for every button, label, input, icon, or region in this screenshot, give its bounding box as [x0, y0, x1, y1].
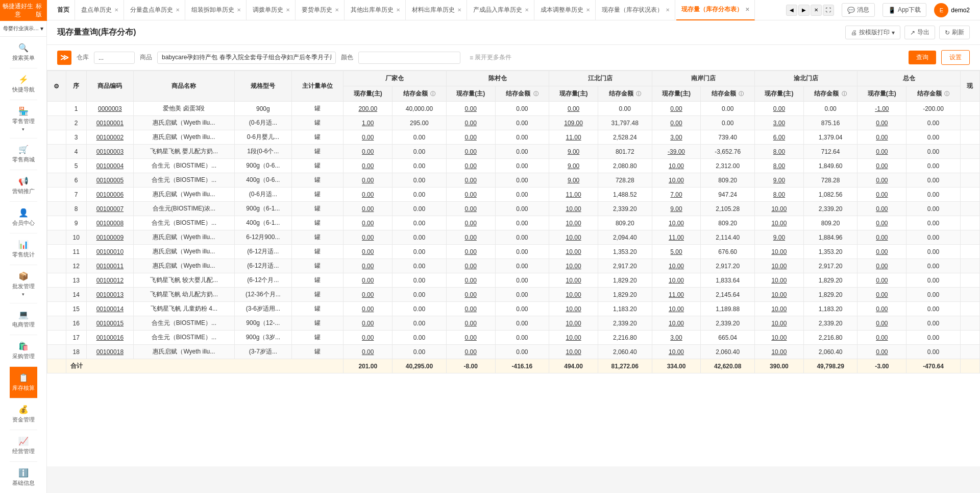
nav-tab-2[interactable]: 分量盘点单历史✕ — [125, 0, 185, 20]
close-tab-5-icon[interactable]: ✕ — [335, 7, 339, 13]
expand-conditions-btn[interactable]: ≡ 展开更多条件 — [465, 51, 516, 64]
sidebar-item-电商管理[interactable]: 💻电商管理 — [10, 303, 37, 335]
nav-tab-10[interactable]: 现存量（库存状况表）✕ — [597, 0, 675, 20]
print-icon: 🖨 — [851, 29, 857, 36]
na-qty-header: 现存量(主) — [652, 86, 701, 102]
warehouse-input[interactable] — [94, 52, 135, 64]
close-tab-2-icon[interactable]: ✕ — [176, 7, 180, 13]
warehouse-zc-header: 总仓 — [857, 71, 960, 86]
table-wrapper: ⚙ 序 商品编码 商品名称 规格型号 主计量单位 厂家仓 陈村仓 江北门店 南岸… — [47, 71, 980, 466]
sidebar-item-营销推广[interactable]: 📢营销推广 — [10, 170, 37, 202]
sidebar-item-采购管理[interactable]: 🛍️采购管理 — [10, 335, 37, 367]
close-tab-6-icon[interactable]: ✕ — [396, 7, 400, 13]
close-tab-10-icon[interactable]: ✕ — [666, 7, 670, 13]
sidebar-item-库存核算[interactable]: 📋库存核算 — [10, 367, 37, 398]
sidebar-item-资金管理[interactable]: 💰资金管理 — [10, 398, 37, 430]
nav-tab-8[interactable]: 产成品入库单历史✕ — [468, 0, 534, 20]
close-tab-9-icon[interactable]: ✕ — [586, 7, 590, 13]
refresh-btn[interactable]: ↻ 刷新 — [939, 26, 970, 39]
table-row: 6 00100005 合生元（BIOSTIME）... 400g（0-6... … — [47, 173, 980, 187]
sidebar-item-批发管理[interactable]: 📦批发管理 — [10, 265, 37, 303]
col-xian-header: 现 — [960, 71, 979, 102]
close-tab-7-icon[interactable]: ✕ — [457, 7, 461, 13]
filter-row: ≫ 仓库 商品 颜色 ≡ 展开更多条件 查询 设置 — [57, 50, 970, 65]
nav-expand[interactable]: ⛶ — [823, 5, 834, 16]
table-row: 11 00100010 惠氏启赋（Wyeth illu... (6-12月适..… — [47, 245, 980, 259]
sidebar-item-搜索英单[interactable]: 🔍搜索英单 — [10, 37, 37, 68]
jb-amt-header: 结存金额 ⓘ — [598, 86, 652, 102]
warehouse-jb-header: 江北门店 — [549, 71, 652, 86]
export-icon: ↗ — [910, 29, 915, 36]
table-row: 2 00100001 惠氏启赋（Wyeth illu... (0-6月适... … — [47, 116, 980, 130]
product-input[interactable] — [157, 52, 336, 64]
nav-tabs: 首页盘点单历史✕分量盘点单历史✕组装拆卸单历史✕调拨单历史✕要货单历史✕其他出库… — [52, 0, 786, 20]
zc-amt-header: 结存金额 ⓘ — [906, 86, 961, 102]
data-table: ⚙ 序 商品编码 商品名称 规格型号 主计量单位 厂家仓 陈村仓 江北门店 南岸… — [47, 71, 980, 373]
zc-qty-header: 现存量(主) — [857, 86, 906, 102]
setting-btn[interactable]: 设置 — [941, 50, 970, 65]
phone-icon: 📱 — [888, 7, 896, 14]
sidebar-item-零售统计[interactable]: 📊零售统计 — [10, 233, 37, 265]
nav-arrows: ◀ ▶ ✕ ⛶ — [786, 5, 834, 16]
sidebar-item-零售管理[interactable]: 🏪零售管理 — [10, 100, 37, 138]
nav-tab-5[interactable]: 要货单历史✕ — [297, 0, 345, 20]
print-btn[interactable]: 🖨 按模版打印 ▾ — [845, 26, 900, 39]
sidebar: 畅捷通好生意 标版 母婴行业演示陈套 ▾ 🔍搜索英单⚡快捷导航🏪零售管理🛒零售商… — [0, 0, 47, 493]
expand-icon: ≡ — [470, 54, 473, 61]
close-tab-4-icon[interactable]: ✕ — [286, 7, 290, 13]
warehouse-cj-header: 厂家仓 — [344, 71, 446, 86]
message-btn[interactable]: 💬 消息 — [842, 3, 875, 17]
nav-prev[interactable]: ◀ — [786, 5, 797, 16]
nav-tab-9[interactable]: 成本调整单历史✕ — [535, 0, 596, 20]
nav-tab-11[interactable]: 现存量（库存分布表）✕ — [676, 0, 755, 20]
close-tab-3-icon[interactable]: ✕ — [237, 7, 241, 13]
warehouse-yb-header: 渝北门店 — [754, 71, 857, 86]
summary-row: 合计 201.00 40,295.00 -8.00 -416.16 494.00… — [47, 359, 980, 373]
nav-next[interactable]: ▶ — [798, 5, 810, 16]
nav-tab-0[interactable]: 首页 — [52, 0, 75, 20]
nav-tab-1[interactable]: 盘点单历史✕ — [76, 0, 124, 20]
sidebar-item-快捷导航[interactable]: ⚡快捷导航 — [10, 68, 37, 100]
export-btn[interactable]: ↗ 导出 — [904, 26, 935, 39]
close-tab-11-icon[interactable]: ✕ — [745, 7, 749, 12]
cc-amt-header: 结存金额 ⓘ — [495, 86, 549, 102]
table-row: 18 00100018 惠氏启赋（Wyeth illu... (3-7岁适...… — [47, 345, 980, 359]
avatar: E — [934, 3, 948, 17]
table-row: 9 00100008 合生元（BIOSTIME）... 400g（6-1... … — [47, 216, 980, 230]
col-spec-header: 规格型号 — [234, 71, 292, 102]
nav-tab-4[interactable]: 调拨单历史✕ — [248, 0, 296, 20]
page-header: 现存量查询(库存分布) 🖨 按模版打印 ▾ ↗ 导出 ↻ 刷新 — [47, 20, 980, 45]
nav-close-all[interactable]: ✕ — [811, 5, 822, 16]
sidebar-item-基础信息[interactable]: ℹ️基础信息 — [10, 462, 37, 493]
na-amt-header: 结存金额 ⓘ — [701, 86, 755, 102]
sidebar-logo: 畅捷通好生意 标版 — [0, 0, 47, 21]
page-actions: 🖨 按模版打印 ▾ ↗ 导出 ↻ 刷新 — [845, 26, 970, 39]
table-row: 10 00100009 惠氏启赋（Wyeth illu... 6-12月900.… — [47, 230, 980, 245]
settings-gear[interactable]: ⚙ — [47, 71, 66, 102]
content-area: 现存量查询(库存分布) 🖨 按模版打印 ▾ ↗ 导出 ↻ 刷新 — [47, 20, 980, 493]
app-download-btn[interactable]: 📱 App下载 — [883, 3, 926, 17]
yb-qty-header: 现存量(主) — [754, 86, 803, 102]
sidebar-item-经营管理[interactable]: 📈经营管理 — [10, 430, 37, 462]
user-area[interactable]: E demo2 — [934, 3, 970, 17]
nav-tab-6[interactable]: 其他出库单历史✕ — [346, 0, 406, 20]
warehouse-cc-header: 陈村仓 — [446, 71, 549, 86]
close-tab-8-icon[interactable]: ✕ — [525, 7, 529, 13]
company-selector[interactable]: 母婴行业演示陈套 ▾ — [0, 21, 46, 37]
sidebar-item-零售商城[interactable]: 🛒零售商城 — [10, 138, 37, 170]
col-code-header: 商品编码 — [86, 71, 133, 102]
nav-tab-7[interactable]: 材料出库单历史✕ — [407, 0, 467, 20]
table-row: 8 00100007 合生元(BIOSTIME)浓... 900g（6-1...… — [47, 202, 980, 216]
nav-tab-3[interactable]: 组装拆卸单历史✕ — [186, 0, 247, 20]
table-row: 16 00100015 合生元（BIOSTIME）... 900g（12-...… — [47, 316, 980, 331]
cc-qty-header: 现存量(主) — [446, 86, 495, 102]
table-row: 5 00100004 合生元（BIOSTIME）... 900g（0-6... … — [47, 159, 980, 173]
color-input[interactable] — [358, 52, 460, 64]
table-row: 4 00100003 飞鹤星飞帆 婴儿配方奶... 1段(0-6个... 罐 0… — [47, 145, 980, 159]
toggle-filter-btn[interactable]: ≫ — [57, 51, 71, 65]
sidebar-item-会员中心[interactable]: 👤会员中心 — [10, 202, 37, 233]
sidebar-nav: 🔍搜索英单⚡快捷导航🏪零售管理🛒零售商城📢营销推广👤会员中心📊零售统计📦批发管理… — [10, 37, 37, 493]
close-tab-1-icon[interactable]: ✕ — [114, 7, 118, 13]
table-row: 13 00100012 飞鹤星飞帆 较大婴儿配... (6-12个月... 罐 … — [47, 273, 980, 288]
query-btn[interactable]: 查询 — [909, 51, 936, 64]
